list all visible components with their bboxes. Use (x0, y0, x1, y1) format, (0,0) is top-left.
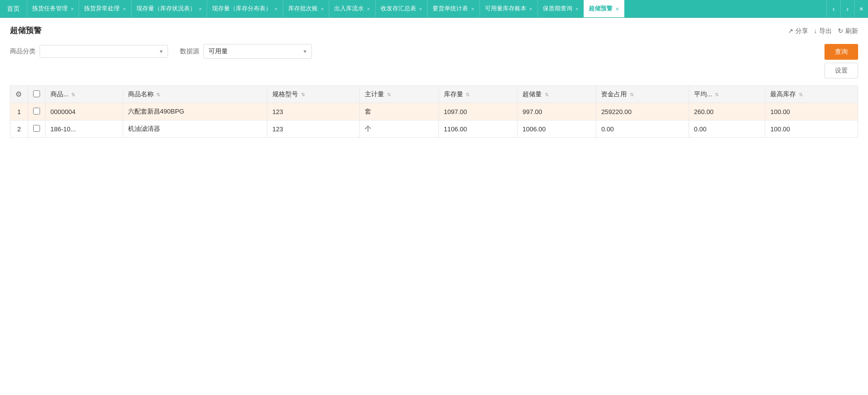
col-settings[interactable]: ⚙ (10, 86, 28, 103)
data-source-filter: 数据源 可用量 ▾ (180, 44, 312, 59)
row-1-spec: 123 (267, 103, 359, 120)
row-1-num: 1 (10, 103, 28, 120)
row-2-capital: 0.00 (596, 120, 689, 138)
sort-avg-icon: ⇅ (715, 92, 719, 97)
product-category-filter: 商品分类 ▾ (10, 45, 168, 58)
sort-product-code-icon: ⇅ (71, 92, 75, 97)
row-2-checkbox-cell[interactable] (28, 120, 45, 138)
page-container: 超储预警 ↗ 分享 ↓ 导出 ↻ 刷新 商品分类 ▾ (0, 18, 868, 395)
sort-capital-icon: ⇅ (630, 92, 634, 97)
col-product-code-header[interactable]: 商品... ⇅ (45, 86, 123, 103)
col-checkbox-all[interactable] (28, 86, 45, 103)
close-tab-7-icon[interactable]: × (419, 6, 422, 12)
product-category-label: 商品分类 (10, 47, 36, 56)
set-button[interactable]: 设置 (825, 63, 858, 79)
row-2-product-code: 186-10... (45, 120, 123, 138)
sort-unit-icon: ⇅ (387, 92, 391, 97)
nav-tab-9[interactable]: 可用量库存账本 × (480, 0, 538, 17)
row-2-stock: 1106.00 (438, 120, 517, 138)
col-avg-header[interactable]: 平均... ⇅ (689, 86, 765, 103)
col-product-name-label: 商品名称 (128, 90, 154, 98)
nav-tab-4[interactable]: 现存量（库存分布表） × (207, 0, 283, 17)
data-table: ⚙ 商品... ⇅ 商品名称 ⇅ 规格型号 ⇅ 主计量 (10, 85, 858, 138)
nav-home[interactable]: 首页 (0, 0, 27, 17)
share-icon: ↗ (788, 27, 793, 35)
close-tab-5-icon[interactable]: × (321, 6, 324, 12)
row-1-overstock: 997.00 (518, 103, 596, 120)
sort-stock-icon: ⇅ (466, 92, 470, 97)
page-title: 超储预警 (10, 26, 42, 36)
col-max-stock-label: 最高库存 (770, 90, 796, 98)
col-unit-header[interactable]: 主计量 ⇅ (360, 86, 438, 103)
product-category-select[interactable]: ▾ (40, 45, 168, 58)
col-avg-label: 平均... (694, 90, 712, 98)
nav-tab-6[interactable]: 出入库流水 × (329, 0, 375, 17)
sort-product-name-icon: ⇅ (156, 92, 160, 97)
top-navigation: 首页 拣货任务管理 × 拣货异常处理 × 现存量（库存状况表） × 现存量（库存… (0, 0, 868, 18)
col-stock-header[interactable]: 库存量 ⇅ (438, 86, 517, 103)
nav-tab-1[interactable]: 拣货任务管理 × (27, 0, 79, 17)
close-tab-6-icon[interactable]: × (367, 6, 370, 12)
nav-tab-8[interactable]: 要货单统计表 × (428, 0, 479, 17)
table-row: 1 0000004 六配套新昌490BPG 123 套 1097.00 997.… (10, 103, 858, 120)
settings-icon[interactable]: ⚙ (15, 90, 22, 98)
close-tab-10-icon[interactable]: × (575, 6, 578, 12)
col-capital-header[interactable]: 资金占用 ⇅ (596, 86, 689, 103)
nav-tab-5[interactable]: 库存批次账 × (283, 0, 329, 17)
row-1-product-code: 0000004 (45, 103, 123, 120)
col-product-name-header[interactable]: 商品名称 ⇅ (123, 86, 267, 103)
nav-arrow-right[interactable]: › (840, 0, 854, 17)
row-2-checkbox[interactable] (33, 125, 40, 132)
refresh-action[interactable]: ↻ 刷新 (838, 27, 858, 36)
data-source-label: 数据源 (180, 47, 199, 56)
col-unit-label: 主计量 (365, 90, 384, 98)
close-tab-1-icon[interactable]: × (71, 6, 74, 12)
data-source-chevron-icon: ▾ (304, 48, 306, 55)
row-1-checkbox-cell[interactable] (28, 103, 45, 120)
data-source-value: 可用量 (209, 47, 228, 56)
col-stock-label: 库存量 (444, 90, 463, 98)
row-2-product-name: 机油滤清器 (123, 120, 267, 138)
query-button[interactable]: 查询 (825, 44, 858, 60)
nav-arrows: ‹ › × (826, 0, 868, 17)
close-tab-3-icon[interactable]: × (199, 6, 202, 12)
nav-tab-11[interactable]: 超储预警 × (584, 0, 624, 17)
product-category-chevron-icon: ▾ (160, 48, 163, 55)
col-overstock-header[interactable]: 超储量 ⇅ (518, 86, 596, 103)
col-product-code-label: 商品... (50, 90, 69, 98)
nav-tab-2[interactable]: 拣货异常处理 × (79, 0, 131, 17)
row-2-overstock: 1006.00 (518, 120, 596, 138)
col-spec-header[interactable]: 规格型号 ⇅ (267, 86, 359, 103)
col-max-stock-header[interactable]: 最高库存 ⇅ (765, 86, 858, 103)
sort-overstock-icon: ⇅ (545, 92, 549, 97)
row-2-avg: 0.00 (689, 120, 765, 138)
nav-tab-10[interactable]: 保质期查询 × (538, 0, 584, 17)
nav-arrow-close[interactable]: × (854, 0, 868, 17)
nav-tab-3[interactable]: 现存量（库存状况表） × (131, 0, 207, 17)
table-row: 2 186-10... 机油滤清器 123 个 1106.00 1006.00 … (10, 120, 858, 138)
row-1-checkbox[interactable] (33, 108, 40, 115)
page-actions: ↗ 分享 ↓ 导出 ↻ 刷新 (788, 27, 859, 36)
refresh-icon: ↻ (838, 27, 843, 35)
close-tab-4-icon[interactable]: × (274, 6, 277, 12)
row-2-unit: 个 (360, 120, 438, 138)
table-header-row: ⚙ 商品... ⇅ 商品名称 ⇅ 规格型号 ⇅ 主计量 (10, 86, 858, 103)
nav-arrow-left[interactable]: ‹ (826, 0, 840, 17)
row-2-spec: 123 (267, 120, 359, 138)
close-tab-2-icon[interactable]: × (123, 6, 126, 12)
col-overstock-label: 超储量 (522, 90, 542, 98)
row-1-stock: 1097.00 (438, 103, 517, 120)
close-tab-11-icon[interactable]: × (615, 6, 618, 12)
close-tab-9-icon[interactable]: × (529, 6, 532, 12)
row-2-max-stock: 100.00 (765, 120, 858, 138)
nav-tab-7[interactable]: 收发存汇总表 × (376, 0, 428, 17)
row-1-avg: 260.00 (689, 103, 765, 120)
export-action[interactable]: ↓ 导出 (814, 27, 832, 36)
select-all-checkbox[interactable] (33, 90, 40, 97)
close-tab-8-icon[interactable]: × (471, 6, 474, 12)
row-1-product-name: 六配套新昌490BPG (123, 103, 267, 120)
col-capital-label: 资金占用 (601, 90, 627, 98)
share-action[interactable]: ↗ 分享 (788, 27, 808, 36)
data-source-select[interactable]: 可用量 ▾ (203, 44, 312, 59)
col-spec-label: 规格型号 (272, 90, 298, 98)
